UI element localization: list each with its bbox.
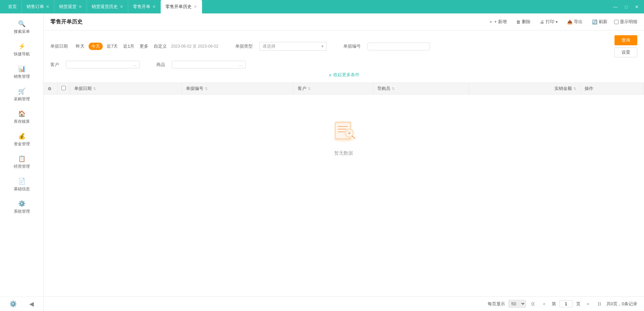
collapse-sidebar-icon[interactable]: ◀ (29, 300, 34, 308)
goods-input[interactable] (175, 62, 239, 67)
sort-icon: ⇅ (308, 87, 311, 91)
trash-icon: 🗑 (516, 19, 521, 24)
close-window-button[interactable]: ✕ (633, 4, 641, 10)
sales-icon: 📊 (18, 65, 26, 72)
date-1month[interactable]: 近1月 (122, 43, 136, 50)
data-table: ⚙ 单据日期 ⇅ 单据编号 (44, 83, 644, 176)
add-button[interactable]: ＋ + 新增 (486, 17, 509, 26)
delete-button[interactable]: 🗑 删除 (513, 17, 533, 26)
type-placeholder: 请选择 (262, 43, 276, 49)
print-icon: 🖨 (540, 19, 544, 24)
settings-column-header: ⚙ (44, 83, 57, 95)
maximize-button[interactable]: □ (623, 4, 630, 10)
date-custom[interactable]: 自定义 (152, 43, 168, 50)
customer-sort[interactable]: 客户 ⇅ (298, 86, 369, 92)
date-yesterday[interactable]: 昨天 (75, 43, 86, 50)
per-page-select[interactable]: 50 20 100 (508, 300, 526, 308)
per-page-label: 每页显示 (488, 301, 505, 307)
page-header: 零售开单历史 ＋ + 新增 🗑 删除 🖨 打印 ▾ 📤 导出 (44, 13, 644, 31)
guide-column-header: 导购员 ⇅ (373, 83, 468, 95)
order-no-input-wrap (367, 43, 430, 50)
date-options: 昨天 今天 近7天 近1月 更多 自定义 2023-06-02 至 2023-0… (75, 43, 218, 50)
sidebar-item-basics[interactable]: 📄 基础信息 (0, 173, 43, 196)
select-all-checkbox[interactable] (61, 86, 66, 90)
top-bar: 首页 销售订单 ✕ 销货退货 ✕ 销货退货历史 ✕ 零售开单 ✕ 零售开单历史 … (0, 0, 644, 13)
export-button[interactable]: 📤 导出 (564, 17, 585, 26)
last-page-button[interactable]: ⟩⟩ (596, 301, 603, 307)
chevron-down-icon: ▾ (556, 20, 558, 24)
prev-page-button[interactable]: ＜ (540, 300, 548, 308)
settings-bottom-icon[interactable]: ⚙️ (9, 300, 17, 308)
refresh-button[interactable]: 🔄 刷新 (589, 17, 610, 26)
empty-icon (329, 115, 359, 145)
page-input[interactable] (559, 300, 573, 307)
close-icon[interactable]: ✕ (120, 4, 123, 9)
type-select[interactable]: 请选择 ▾ (259, 42, 327, 51)
date-today[interactable]: 今天 (89, 43, 103, 50)
sidebar-item-inventory[interactable]: 🏠 库存核算 (0, 106, 43, 128)
query-actions: 查询 设置 (614, 35, 637, 57)
type-label: 单据类型 (235, 43, 253, 49)
amount-sort[interactable]: 实销金额 ⇅ (473, 86, 576, 92)
goods-label: 商品 (156, 62, 165, 68)
next-page-button[interactable]: ＞ (584, 300, 592, 308)
customer-label: 客户 (50, 62, 59, 68)
filter-area: 单据日期 昨天 今天 近7天 近1月 更多 自定义 2023-06-02 至 2… (44, 31, 644, 83)
tab-retail-history[interactable]: 零售开单历史 ✕ (161, 0, 202, 13)
purchase-icon: 🛒 (18, 88, 26, 95)
order-no-sort[interactable]: 单据编号 ⇅ (186, 86, 289, 92)
date-7days[interactable]: 近7天 (105, 43, 119, 50)
goods-ellipsis-icon[interactable]: ... (239, 62, 243, 67)
date-more[interactable]: 更多 (138, 43, 150, 50)
tab-return-history[interactable]: 销货退货历史 ✕ (87, 0, 128, 13)
customer-column-header: 客户 ⇅ (293, 83, 373, 95)
set-button[interactable]: 设置 (614, 47, 637, 57)
sort-icon: ⇅ (205, 87, 208, 91)
date-column-header: 单据日期 ⇅ (70, 83, 182, 95)
close-icon[interactable]: ✕ (46, 4, 49, 9)
empty-text: 暂无数据 (334, 150, 353, 156)
refresh-icon: 🔄 (592, 19, 597, 24)
goods-input-wrap: ... (172, 61, 246, 68)
filter-row-2: 客户 ... 商品 ... (50, 61, 637, 68)
close-icon[interactable]: ✕ (79, 4, 82, 9)
show-detail-toggle[interactable]: 显示明细 (614, 19, 637, 25)
sidebar-item-system[interactable]: ⚙️ 系统管理 (0, 196, 43, 218)
customer-ellipsis-icon[interactable]: ... (133, 62, 137, 67)
quicknav-icon: ⚡ (18, 43, 26, 50)
settings-icon[interactable]: ⚙ (48, 86, 52, 91)
main-layout: 🔍 搜索采单 ⚡ 快捷导航 📊 销售管理 🛒 采购管理 🏠 库存核算 💰 资金管… (0, 13, 644, 311)
print-button[interactable]: 🖨 打印 ▾ (537, 17, 560, 26)
collapse-button[interactable]: ∧ 收起更多条件 (50, 72, 637, 78)
close-icon[interactable]: ✕ (194, 4, 197, 9)
customer-input[interactable] (69, 62, 133, 67)
date-sort[interactable]: 单据日期 ⇅ (74, 86, 178, 92)
order-no-input[interactable] (370, 44, 427, 49)
page-label: 第 (552, 301, 556, 307)
tab-sales-order[interactable]: 销售订单 ✕ (22, 0, 54, 13)
close-icon[interactable]: ✕ (152, 4, 156, 9)
sidebar-item-quicknav[interactable]: ⚡ 快捷导航 (0, 39, 43, 61)
minimize-button[interactable]: — (611, 4, 620, 10)
sort-icon: ⇅ (93, 87, 96, 91)
sidebar-item-sales[interactable]: 📊 销售管理 (0, 61, 43, 84)
header-actions: ＋ + 新增 🗑 删除 🖨 打印 ▾ 📤 导出 🔄 (486, 17, 637, 26)
sidebar-item-operation[interactable]: 📋 经营管理 (0, 151, 43, 173)
sidebar-item-finance[interactable]: 💰 资金管理 (0, 128, 43, 151)
sidebar-item-search[interactable]: 🔍 搜索采单 (0, 16, 43, 39)
tab-return[interactable]: 销货退货 ✕ (54, 0, 87, 13)
chevron-down-icon: ▾ (321, 44, 324, 49)
sidebar-item-purchase[interactable]: 🛒 采购管理 (0, 84, 43, 106)
sidebar: 🔍 搜索采单 ⚡ 快捷导航 📊 销售管理 🛒 采购管理 🏠 库存核算 💰 资金管… (0, 13, 44, 311)
date-range-display: 2023-06-02 至 2023-06-02 (171, 44, 218, 49)
operation-icon: 📋 (18, 155, 26, 162)
system-icon: ⚙️ (18, 200, 26, 207)
query-button[interactable]: 查询 (614, 35, 637, 45)
tab-home[interactable]: 首页 (3, 0, 22, 13)
show-detail-checkbox[interactable] (614, 20, 618, 24)
content-area: 零售开单历史 ＋ + 新增 🗑 删除 🖨 打印 ▾ 📤 导出 (44, 13, 644, 311)
table-footer: 每页显示 50 20 100 ⟨⟨ ＜ 第 页 ＞ ⟩⟩ 共0页，0条记录 (44, 296, 644, 311)
guide-sort[interactable]: 导购员 ⇅ (377, 86, 464, 92)
tab-retail-order[interactable]: 零售开单 ✕ (128, 0, 161, 13)
first-page-button[interactable]: ⟨⟨ (529, 301, 537, 307)
